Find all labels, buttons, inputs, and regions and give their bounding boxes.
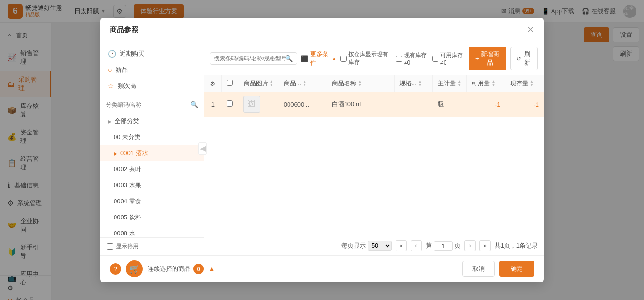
row-available: -1 (467, 92, 505, 117)
table-row[interactable]: 1 🖼 000600... 白酒100ml (204, 92, 544, 117)
footer-collapse-icon[interactable]: ▲ (208, 265, 215, 273)
show-disabled-checkbox[interactable] (107, 243, 113, 250)
search-toolbar: 🔍 ⬛ 更多条件 ▲ 按仓库显示现有库存 现有库存≠0 (204, 42, 544, 75)
page-label: 第 (426, 242, 432, 250)
footer-right: 取消 确定 (462, 261, 534, 277)
current-stock-filter: 现有库存≠0 (396, 51, 429, 66)
table-header-row: ⚙ 商品图片▲▼ 商品...▲▼ (204, 75, 544, 92)
selected-count-display: 连续选择的商品 0 (148, 264, 204, 274)
left-panel: 🕐 近期购买 ○ 新品 ☆ 频次高 🔍 (100, 42, 204, 255)
refresh-icon: ↺ (516, 55, 521, 62)
current-stock-label[interactable]: 现有库存≠0 (404, 51, 429, 66)
show-disabled-label[interactable]: 显示停用 (116, 242, 139, 250)
filter-icon: ⬛ (301, 55, 308, 62)
row-checkbox-cell[interactable] (222, 92, 239, 117)
category-search-icon[interactable]: 🔍 (190, 101, 198, 108)
category-all[interactable]: ▶ 全部分类 (100, 113, 204, 129)
category-0004[interactable]: 0004 零食 (100, 193, 204, 209)
modal-close-button[interactable]: ✕ (527, 25, 534, 35)
search-icon[interactable]: 🔍 (285, 55, 293, 62)
page-size-label: 每页显示 (341, 242, 366, 250)
page-size-selector: 每页显示 50 10 20 100 (341, 241, 392, 251)
product-table: ⚙ 商品图片▲▼ 商品...▲▼ (204, 75, 544, 117)
row-spec (394, 92, 432, 117)
recent-icon: 🕐 (108, 50, 116, 58)
product-table-container: ⚙ 商品图片▲▼ 商品...▲▼ (204, 75, 544, 236)
category-00[interactable]: 00 未分类 (100, 129, 204, 145)
available-stock-checkbox[interactable] (432, 56, 438, 62)
refresh-button[interactable]: ↺ 刷新 (510, 47, 538, 70)
th-checkbox[interactable] (222, 75, 239, 92)
category-0001[interactable]: ▶ 0001 酒水 (100, 145, 204, 161)
panel-collapse-button[interactable]: ◀ (198, 142, 207, 155)
last-page-button[interactable]: » (479, 240, 491, 251)
selected-count-badge: 0 (193, 264, 204, 274)
th-code[interactable]: 商品...▲▼ (279, 75, 327, 92)
category-0002[interactable]: 0002 茶叶 (100, 161, 204, 177)
row-stock: -1 (505, 92, 544, 117)
th-unit[interactable]: 主计量▲▼ (433, 75, 467, 92)
product-thumbnail: 🖼 (243, 96, 260, 113)
arrow-active-icon: ▶ (114, 151, 117, 156)
search-box: 🔍 (210, 52, 297, 65)
current-stock-checkbox[interactable] (396, 56, 402, 62)
select-all-checkbox[interactable] (227, 80, 233, 86)
th-name[interactable]: 商品名称▲▼ (327, 75, 395, 92)
th-settings[interactable]: ⚙ (204, 75, 222, 92)
plus-icon: + (475, 55, 479, 62)
new-icon: ○ (108, 66, 112, 74)
left-nav-recent[interactable]: 🕐 近期购买 (100, 46, 204, 62)
cancel-button[interactable]: 取消 (462, 261, 495, 277)
prev-page-button[interactable]: ‹ (411, 240, 422, 251)
th-spec[interactable]: 规格...▲▼ (394, 75, 432, 92)
left-nav-new[interactable]: ○ 新品 (100, 62, 204, 78)
row-index: 1 (204, 92, 222, 117)
row-checkbox[interactable] (227, 100, 233, 107)
toolbar-right: + 新增商品 ↺ 刷新 (469, 47, 538, 70)
row-name: 白酒100ml (327, 92, 395, 117)
footer-left: ? 🛒 连续选择的商品 0 ▲ (110, 260, 215, 277)
left-nav: 🕐 近期购买 ○ 新品 ☆ 频次高 (100, 42, 204, 98)
category-0008[interactable]: 0008 水 (100, 225, 204, 237)
help-icon-button[interactable]: ? (110, 263, 121, 275)
modal-body: 🕐 近期购买 ○ 新品 ☆ 频次高 🔍 (100, 42, 544, 255)
modal-overlay: 商品参照 ✕ 🕐 近期购买 ○ 新品 ☆ 频次高 (0, 0, 644, 300)
first-page-button[interactable]: « (396, 240, 407, 251)
modal-footer: ? 🛒 连续选择的商品 0 ▲ 取消 确定 (100, 255, 544, 282)
page-size-select[interactable]: 50 10 20 100 (368, 241, 392, 251)
page-input-group: 第 页 (426, 241, 461, 251)
confirm-button[interactable]: 确定 (499, 261, 534, 277)
arrow-icon: ▶ (108, 119, 112, 124)
category-tree: ▶ 全部分类 00 未分类 ▶ 0001 酒水 0002 茶叶 0003 水果 (100, 111, 204, 237)
page-suffix: 页 (454, 242, 461, 250)
row-code: 000600... (279, 92, 327, 117)
th-stock[interactable]: 现存量▲▼ (505, 75, 544, 92)
pagination-bar: 每页显示 50 10 20 100 « ‹ 第 页 (204, 236, 544, 255)
available-stock-filter: 可用库存≠0 (432, 51, 465, 66)
cart-icon-button[interactable]: 🛒 (126, 260, 143, 277)
next-page-button[interactable]: › (464, 240, 476, 251)
row-unit: 瓶 (433, 92, 467, 117)
chevron-up-icon: ▲ (332, 56, 337, 61)
show-disabled-footer: 显示停用 (100, 237, 204, 255)
category-0005[interactable]: 0005 饮料 (100, 209, 204, 225)
right-panel: 🔍 ⬛ 更多条件 ▲ 按仓库显示现有库存 现有库存≠0 (204, 42, 544, 255)
product-search-input[interactable] (214, 55, 285, 62)
warehouse-stock-checkbox[interactable] (340, 56, 347, 62)
page-number-input[interactable] (434, 241, 453, 251)
category-0003[interactable]: 0003 水果 (100, 177, 204, 193)
total-info: 共1页，1条记录 (495, 242, 538, 250)
modal-title: 商品参照 (110, 25, 138, 34)
available-stock-label[interactable]: 可用库存≠0 (440, 51, 465, 66)
category-search-input[interactable] (106, 101, 190, 108)
row-image-cell: 🖼 (239, 92, 279, 117)
star-icon: ☆ (108, 82, 114, 90)
th-image: 商品图片▲▼ (239, 75, 279, 92)
add-product-button[interactable]: + 新增商品 (469, 47, 506, 70)
more-filter-button[interactable]: ⬛ 更多条件 ▲ (301, 50, 337, 67)
warehouse-stock-label[interactable]: 按仓库显示现有库存 (348, 50, 392, 67)
selected-text: 连续选择的商品 (148, 265, 190, 273)
th-available[interactable]: 可用量▲▼ (467, 75, 505, 92)
left-nav-frequent[interactable]: ☆ 频次高 (100, 78, 204, 94)
warehouse-stock-filter: 按仓库显示现有库存 (340, 50, 392, 67)
